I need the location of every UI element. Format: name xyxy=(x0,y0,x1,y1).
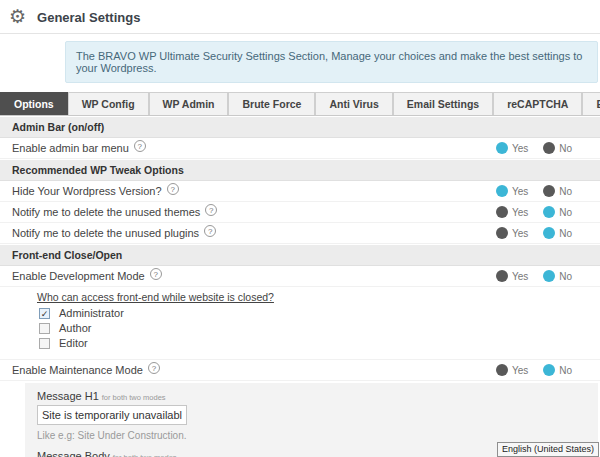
radio-no-dot xyxy=(543,270,555,282)
tab-brute-force[interactable]: Brute Force xyxy=(228,92,315,115)
message-body-label: Message Body xyxy=(37,450,110,457)
radio-group: YesNo xyxy=(496,142,572,154)
radio-no[interactable]: No xyxy=(543,142,572,154)
page-title: General Settings xyxy=(37,10,140,25)
checkbox-label: Editor xyxy=(59,337,88,349)
radio-no[interactable]: No xyxy=(543,227,572,239)
radio-no-label: No xyxy=(559,207,572,218)
radio-yes-label: Yes xyxy=(512,143,528,154)
radio-group: YesNo xyxy=(496,270,572,282)
message-h1-input[interactable] xyxy=(37,405,187,425)
settings-row: Notify me to delete the unused plugins?Y… xyxy=(0,223,600,244)
checkbox-label: Administrator xyxy=(59,307,124,319)
row-label: Enable Maintenance Mode xyxy=(12,364,143,376)
checkbox-label: Author xyxy=(59,322,91,334)
message-h1-note: for both two modes xyxy=(102,393,166,402)
radio-no-label: No xyxy=(559,271,572,282)
settings-rows: Admin Bar (on/off)Enable admin bar menu?… xyxy=(0,117,600,287)
radio-no-label: No xyxy=(559,365,572,376)
message-body-note: for both two modes xyxy=(113,453,177,457)
checkbox-editor[interactable] xyxy=(39,338,50,349)
radio-yes[interactable]: Yes xyxy=(496,364,528,376)
help-icon[interactable]: ? xyxy=(148,362,160,374)
help-icon[interactable]: ? xyxy=(205,204,217,216)
radio-yes[interactable]: Yes xyxy=(496,227,528,239)
radio-yes-dot xyxy=(496,364,508,376)
radio-no-dot xyxy=(543,227,555,239)
row-label: Notify me to delete the unused plugins xyxy=(12,227,199,239)
radio-yes-dot xyxy=(496,185,508,197)
maintenance-toggle-row: Enable Maintenance Mode ? Yes No xyxy=(0,360,600,381)
radio-yes[interactable]: Yes xyxy=(496,185,528,197)
radio-yes-label: Yes xyxy=(512,186,528,197)
gear-icon: ⚙ xyxy=(9,7,26,27)
access-block-title: Who can access front-end while website i… xyxy=(37,291,588,303)
checkbox-author[interactable] xyxy=(39,323,50,334)
radio-no-dot xyxy=(543,142,555,154)
radio-yes-dot xyxy=(496,270,508,282)
section-header: Front-end Close/Open xyxy=(0,245,600,266)
settings-row: Enable admin bar menu?YesNo xyxy=(0,138,600,159)
radio-no-label: No xyxy=(559,228,572,239)
settings-row: Notify me to delete the unused themes?Ye… xyxy=(0,202,600,223)
radio-group: YesNo xyxy=(496,206,572,218)
radio-group: Yes No xyxy=(496,364,572,376)
radio-yes-label: Yes xyxy=(512,207,528,218)
tab-options[interactable]: Options xyxy=(0,92,68,115)
radio-yes[interactable]: Yes xyxy=(496,270,528,282)
radio-yes-label: Yes xyxy=(512,271,528,282)
radio-yes-dot xyxy=(496,206,508,218)
tab-wp-config[interactable]: WP Config xyxy=(68,92,149,115)
radio-no[interactable]: No xyxy=(543,206,572,218)
tab-email-settings[interactable]: Email Settings xyxy=(393,92,493,115)
radio-no[interactable]: No xyxy=(543,185,572,197)
settings-row: Enable Development Mode?YesNo xyxy=(0,266,600,287)
row-label: Enable Development Mode xyxy=(12,270,145,282)
tab-anti-virus[interactable]: Anti Virus xyxy=(315,92,392,115)
language-bar[interactable]: English (United States) xyxy=(497,442,599,457)
info-notice-text: The BRAVO WP Ultimate Security Settings … xyxy=(76,50,582,74)
checkbox-administrator[interactable]: ✓ xyxy=(39,308,50,319)
settings-row: Hide Your Wordpress Version??YesNo xyxy=(0,181,600,202)
radio-yes-label: Yes xyxy=(512,228,528,239)
access-options: ✓AdministratorAuthorEditor xyxy=(37,307,588,349)
message-h1-hint: Like e.g: Site Under Construction. xyxy=(37,430,586,441)
access-block: Who can access front-end while website i… xyxy=(0,287,600,360)
radio-no-dot xyxy=(543,206,555,218)
tab-recaptcha[interactable]: reCAPTCHA xyxy=(493,92,582,115)
section-header: Admin Bar (on/off) xyxy=(0,117,600,138)
radio-no-dot xyxy=(543,185,555,197)
radio-no-dot xyxy=(543,364,555,376)
radio-yes-dot xyxy=(496,142,508,154)
tab-error-pages[interactable]: Error Pages xyxy=(582,92,600,115)
radio-no-label: No xyxy=(559,143,572,154)
help-icon[interactable]: ? xyxy=(134,140,146,152)
access-option-editor: Editor xyxy=(39,337,588,349)
radio-yes-dot xyxy=(496,227,508,239)
row-label: Notify me to delete the unused themes xyxy=(12,206,200,218)
tab-bar: OptionsWP ConfigWP AdminBrute ForceAnti … xyxy=(0,92,600,116)
message-h1-label-line: Message H1for both two modes xyxy=(37,390,586,402)
row-label: Enable admin bar menu xyxy=(12,142,129,154)
radio-group: YesNo xyxy=(496,227,572,239)
page-header: ⚙ General Settings xyxy=(0,0,600,34)
radio-yes[interactable]: Yes xyxy=(496,142,528,154)
message-h1-label: Message H1 xyxy=(37,390,99,402)
tab-wp-admin[interactable]: WP Admin xyxy=(149,92,229,115)
row-label: Hide Your Wordpress Version? xyxy=(12,185,162,197)
radio-yes-label: Yes xyxy=(512,365,528,376)
radio-no-label: No xyxy=(559,186,572,197)
help-icon[interactable]: ? xyxy=(167,183,179,195)
help-icon[interactable]: ? xyxy=(204,225,216,237)
radio-no[interactable]: No xyxy=(543,270,572,282)
section-header: Recommended WP Tweak Options xyxy=(0,160,600,181)
info-notice: The BRAVO WP Ultimate Security Settings … xyxy=(65,41,598,83)
help-icon[interactable]: ? xyxy=(150,268,162,280)
access-option-administrator: ✓Administrator xyxy=(39,307,588,319)
radio-no[interactable]: No xyxy=(543,364,572,376)
access-option-author: Author xyxy=(39,322,588,334)
radio-yes[interactable]: Yes xyxy=(496,206,528,218)
radio-group: YesNo xyxy=(496,185,572,197)
